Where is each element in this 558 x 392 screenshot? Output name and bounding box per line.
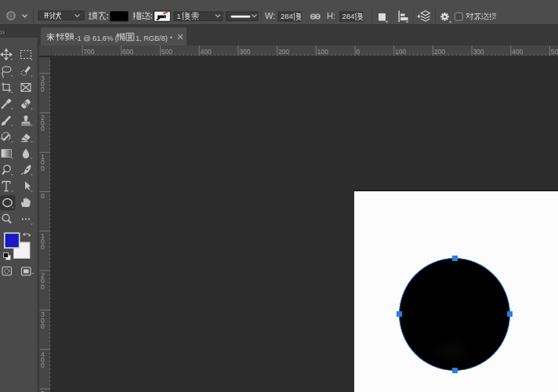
svg-text:W:: W: (265, 11, 275, 20)
svg-text:0: 0 (41, 192, 45, 200)
svg-text:1: 1 (177, 12, 181, 20)
svg-text:0: 0 (41, 283, 45, 291)
svg-text:1, RGB/8) *: 1, RGB/8) * (136, 34, 172, 42)
svg-text:700: 700 (83, 48, 94, 56)
svg-text:300: 300 (239, 48, 250, 56)
svg-text:100: 100 (317, 48, 328, 56)
svg-text:200: 200 (278, 48, 289, 56)
svg-text:300: 300 (473, 48, 484, 56)
svg-text:400: 400 (512, 48, 523, 56)
svg-text:284: 284 (342, 12, 355, 20)
svg-text:284: 284 (281, 12, 293, 20)
svg-text:0: 0 (41, 125, 45, 132)
svg-text:400: 400 (201, 48, 212, 56)
svg-text:500: 500 (551, 48, 558, 56)
svg-text:500: 500 (161, 48, 172, 56)
svg-text:0: 0 (41, 243, 45, 251)
svg-text:0: 0 (41, 322, 45, 330)
svg-text:0: 0 (356, 48, 360, 56)
svg-text:0: 0 (41, 361, 45, 369)
svg-text:-1 @ 61.6% (: -1 @ 61.6% ( (75, 34, 118, 42)
svg-text:100: 100 (395, 48, 406, 56)
svg-text:200: 200 (434, 48, 445, 56)
svg-text:0: 0 (41, 85, 45, 93)
svg-text:H:: H: (327, 11, 335, 20)
svg-text:600: 600 (122, 48, 133, 56)
svg-text:0: 0 (41, 165, 45, 172)
